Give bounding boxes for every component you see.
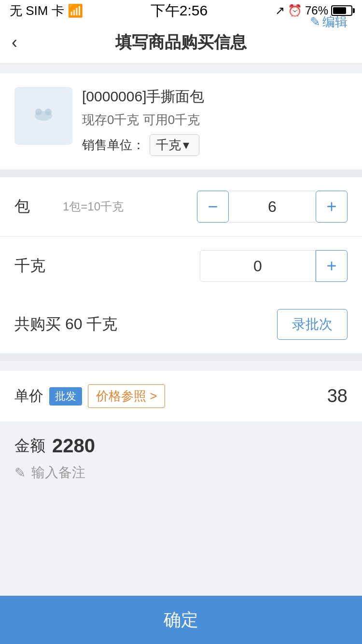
edit-button[interactable]: ✎ 编辑 — [310, 14, 348, 30]
bag-label: 包 — [14, 196, 53, 217]
bag-hint: 1包=10千克 — [63, 199, 187, 214]
location-icon: ↗ — [275, 4, 285, 17]
separator-1 — [0, 169, 362, 177]
product-unit-row: 销售单位： 千克 ▾ — [82, 134, 348, 156]
kilogram-input[interactable] — [200, 250, 316, 282]
price-ref-label: 价格参照 > — [96, 388, 157, 405]
kg-stepper: + — [200, 250, 348, 282]
status-network: 无 SIM 卡 📶 — [10, 2, 83, 19]
unit-select[interactable]: 千克 ▾ — [150, 134, 199, 156]
nav-bar: ‹ 填写商品购买信息 — [0, 21, 362, 64]
price-type-tag: 批发 — [49, 387, 82, 406]
amount-section: 金额 2280 ✎ 输入备注 — [0, 421, 362, 489]
price-row: 单价 批发 价格参照 > 38 — [14, 384, 348, 408]
summary-row: 共购买 60 千克 录批次 — [0, 295, 362, 353]
status-time: 下午2:56 — [151, 1, 208, 21]
amount-row: 金额 2280 — [14, 435, 348, 457]
kg-plus-button[interactable]: + — [316, 250, 348, 282]
unit-dropdown-icon: ▾ — [183, 138, 189, 153]
product-info: [0000006]手撕面包 现存0千克 可用0千克 销售单位： 千克 ▾ — [82, 87, 348, 156]
unit-value: 千克 — [156, 137, 181, 154]
bag-stepper: − + — [197, 191, 348, 223]
kilogram-label: 千克 — [14, 255, 53, 277]
amount-value: 2280 — [52, 435, 95, 457]
page-title: 填写商品购买信息 — [115, 31, 247, 54]
back-button[interactable]: ‹ — [12, 32, 17, 53]
batch-button[interactable]: 录批次 — [277, 309, 348, 340]
remark-row[interactable]: ✎ 输入备注 — [14, 463, 348, 482]
bag-plus-button[interactable]: + — [316, 191, 348, 223]
summary-text: 共购买 60 千克 — [14, 314, 117, 335]
edit-icon: ✎ — [310, 14, 320, 29]
price-label: 单价 — [14, 386, 43, 406]
product-name: [0000006]手撕面包 — [82, 87, 348, 107]
bag-quantity-input[interactable] — [229, 191, 316, 223]
price-value: 38 — [327, 386, 348, 406]
bag-minus-button[interactable]: − — [197, 191, 229, 223]
status-bar: 无 SIM 卡 📶 下午2:56 ↗ ⏰ 76% — [0, 0, 362, 21]
price-reference-button[interactable]: 价格参照 > — [88, 384, 165, 408]
confirm-bar[interactable]: 确定 — [0, 596, 362, 644]
input-section: 包 1包=10千克 − + 千克 + — [0, 177, 362, 295]
bag-input-row: 包 1包=10千克 − + — [0, 177, 362, 237]
separator-2 — [0, 353, 362, 361]
price-ref-left: 单价 批发 价格参照 > — [14, 384, 320, 408]
unit-label: 销售单位： — [82, 137, 145, 154]
confirm-button-text: 确定 — [164, 608, 198, 632]
product-card: [0000006]手撕面包 现存0千克 可用0千克 销售单位： 千克 ▾ ✎ 编… — [0, 73, 362, 169]
amount-label: 金额 — [14, 435, 45, 457]
price-section: 单价 批发 价格参照 > 38 — [0, 371, 362, 421]
svg-point-2 — [35, 111, 52, 121]
kilogram-input-row: 千克 + — [0, 237, 362, 295]
product-stock: 现存0千克 可用0千克 — [82, 112, 348, 128]
product-thumbnail — [14, 87, 72, 145]
edit-label: 编辑 — [322, 14, 348, 30]
remark-icon: ✎ — [14, 465, 26, 481]
remark-placeholder: 输入备注 — [31, 463, 85, 482]
content-fill — [0, 489, 362, 596]
alarm-icon: ⏰ — [288, 4, 302, 17]
product-image-icon — [29, 101, 58, 130]
